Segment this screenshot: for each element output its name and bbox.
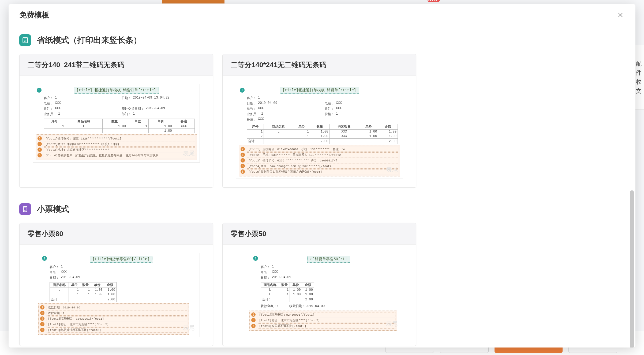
preview-title-b: [title]畅捷通打印模板 销货单[/title] xyxy=(280,87,359,94)
close-button[interactable] xyxy=(615,9,626,21)
meta-pair: 日期：2019-04-09 xyxy=(50,275,195,280)
receipt-card-row: 零售小票80 1 [title]销货单零售80[/title] 客户：1单号：X… xyxy=(19,223,625,346)
meta-pair: 日期：2019-04-09 xyxy=(261,275,398,280)
meta-pair: 客户：1 xyxy=(44,96,117,100)
meta-pair: 备注：XXX xyxy=(325,107,398,111)
table-header: 单价 xyxy=(91,282,104,288)
template-preview-c: 1 [title]销货单零售80[/title] 客户：1单号：XXX日期：20… xyxy=(33,253,200,337)
modal-title: 免费模板 xyxy=(19,10,49,20)
table-header: 单位 xyxy=(69,282,80,288)
table-header: 序号 xyxy=(247,124,264,130)
foot-line: 5[foot2]地址: 北京市海淀区****[/foot2] xyxy=(40,322,188,327)
section-receipt-header: 小票模式 xyxy=(19,203,625,215)
paper-save-card-row: 二等分140_241带二维码无条码 1 [title] 畅捷通打印模板 销售订单… xyxy=(19,54,625,188)
table-header: 单价 xyxy=(359,124,378,130)
foot-line: 4[foot1]联系电话: 82430001[/foot1] xyxy=(40,316,188,322)
notification-badge-count: 610 xyxy=(428,0,437,3)
template-preview-a: 1 [title] 畅捷通打印模板 销售订单[/title] 客户：1日期：20… xyxy=(33,84,200,163)
table-row: 2L11.00XXX1.001.00 xyxy=(247,134,398,139)
meta-pair: 备注：XXX xyxy=(247,117,320,122)
meta-pair: 部门：1 xyxy=(122,112,195,116)
meta-pair xyxy=(325,96,398,100)
meta-pair: 备注： XXX xyxy=(44,107,117,111)
table-row: 合计2.002.00 xyxy=(247,139,398,144)
free-template-modal: 免费模板 省纸模式（打印出来竖长条） 二等分140_241带二维码无条码 1 [… xyxy=(9,4,635,348)
template-preview-b: 1 [title]畅捷通打印模板 销货单[/title] 客户：1日期：2019… xyxy=(236,84,403,179)
preview-title-d: e]销货单零售50[/ti xyxy=(307,256,350,263)
template-card-a-title: 二等分140_241带二维码无条码 xyxy=(20,54,213,76)
foot-line: 6[foot5]收到货后如有差错请在三日之内告知[/foot5] xyxy=(240,169,399,175)
foot-line: 3[foot2] 手机：138******** 重庆联系人 138*******… xyxy=(240,152,399,158)
table-header: 数量 xyxy=(310,124,330,130)
section-receipt-title: 小票模式 xyxy=(37,204,69,215)
meta-pair: 日期：2019-04-09 13:04:22 xyxy=(122,96,195,100)
table-row: 1L1.0011.00XXX xyxy=(44,124,195,129)
table-header: 数量 xyxy=(102,119,127,124)
receipt-icon xyxy=(19,203,31,215)
foot-line: 3收款金额：1 xyxy=(40,310,188,316)
foot-line: 3[foot2]微信: 李四6228*********** 联系人：李四 xyxy=(37,141,196,147)
preview-bullet-1: 1 xyxy=(240,88,245,93)
foot-line: 2[foot1]银行账号: 张三 6228***********[/foot1] xyxy=(37,136,196,141)
section-paper-save-header: 省纸模式（打印出来竖长条） xyxy=(19,34,625,46)
preview-bullet-1: 1 xyxy=(253,256,258,261)
meta-pair: 电话：XXX xyxy=(325,101,398,106)
meta-pair xyxy=(122,101,195,106)
preview-title-a: [title] 畅捷通打印模板 销售订单[/title] xyxy=(74,87,159,94)
table-header: 单位 xyxy=(293,124,310,130)
meta-pair: 电话：XXX xyxy=(44,101,117,106)
notification-badge xyxy=(428,0,440,2)
table-header: 金额 xyxy=(104,282,116,288)
background-toolbar-fragment xyxy=(162,0,224,3)
modal-body: 省纸模式（打印出来竖长条） 二等分140_241带二维码无条码 1 [title… xyxy=(9,26,635,348)
foot-line: 2收款日期：2019-04-09 xyxy=(40,305,188,310)
preview-bullet-1: 1 xyxy=(37,88,42,93)
paper-save-icon xyxy=(19,34,31,46)
table-header: 商品名称 xyxy=(261,282,279,288)
template-card-b[interactable]: 二等分140*241无二维码无条码 1 [title]畅捷通打印模板 销货单[/… xyxy=(222,54,416,188)
foot-line: 3[foot2]地址: 北京市海淀区****[/foot2] xyxy=(251,318,396,323)
foot-line: 4[foot3]地址: 北京市海淀区************** xyxy=(37,147,196,153)
meta-pair: 价格：1 xyxy=(325,112,398,116)
foot-line: 2[foot1]联系电话：82430001[/foot1] xyxy=(251,312,396,318)
meta-pair: 单号：XXX xyxy=(50,270,195,275)
template-card-a[interactable]: 二等分140_241带二维码无条码 1 [title] 畅捷通打印模板 销售订单… xyxy=(19,54,213,188)
table-row: L11.001.00 xyxy=(261,288,314,292)
foot-line: 6[foot3]商品拆封后不退不换[/foot3] xyxy=(40,327,188,333)
table-header: 金额 xyxy=(378,124,398,130)
preview-title-c: [title]销货单零售80[/title] xyxy=(90,256,153,263)
template-card-b-title: 二等分140*241无二维码无条码 xyxy=(223,54,416,76)
under-right: 收款日期：2019-04-09 xyxy=(289,304,325,308)
table-header: 商品名称 xyxy=(65,119,103,124)
scrollbar-thumb[interactable] xyxy=(630,190,634,348)
template-preview-d: 1 e]销货单零售50[/ti 客户：1单号：XXX日期：2019-04-09 … xyxy=(236,253,403,333)
table-row: L111.001.00 xyxy=(50,288,117,292)
table-header: 包装数量 xyxy=(330,124,359,130)
table-header: 数量 xyxy=(279,282,290,288)
table-row: 合计2.00 xyxy=(50,297,117,302)
table-header: 商品名称 xyxy=(264,124,293,130)
template-card-c[interactable]: 零售小票80 1 [title]销货单零售80[/title] 客户：1单号：X… xyxy=(19,223,213,346)
foot-line: 4[foot3] 银行卡号：6226 **** **** *** 户名：bao0… xyxy=(240,158,399,163)
table-header: 金额 xyxy=(302,282,314,288)
table-row: 合计:2.00 xyxy=(261,297,314,302)
foot-line: 5[foot4]网址：bao.chanjet.com QQ:593******[… xyxy=(240,163,399,169)
meta-pair: 预计交货日期：2019-04-09 xyxy=(122,107,195,111)
template-card-d[interactable]: 零售小票50 1 e]销货单零售50[/ti 客户：1单号：XXX日期：2019… xyxy=(222,223,416,346)
foot-line: 5[foot4]尊敬的客户：如发生产品质量、数量及服务等问题，请您24小时内与本… xyxy=(37,153,196,158)
close-icon xyxy=(617,12,624,18)
table-row: 1L11.00XXX1.001.00 xyxy=(247,130,398,134)
table-row: 1.00 xyxy=(44,129,195,133)
meta-pair: 业务员：1 xyxy=(247,112,320,116)
table-header: 单位 xyxy=(127,119,148,124)
template-card-d-title: 零售小票50 xyxy=(223,223,416,245)
modal-header: 免费模板 xyxy=(9,4,635,26)
template-card-c-title: 零售小票80 xyxy=(20,223,213,245)
meta-pair: 单号：XXX xyxy=(247,107,320,111)
section-paper-save-title: 省纸模式（打印出来竖长条） xyxy=(37,35,141,46)
meta-pair: 单号：XXX xyxy=(261,270,398,275)
table-header: 序号 xyxy=(44,119,65,124)
under-left: 收款金额：1 xyxy=(261,304,279,308)
foot-line: 2[foot1] 座机电话：010-82430001；手机：138*******… xyxy=(240,146,399,152)
foot-line: 4[foot3]购买后不退不换[/foot3] xyxy=(251,323,396,329)
